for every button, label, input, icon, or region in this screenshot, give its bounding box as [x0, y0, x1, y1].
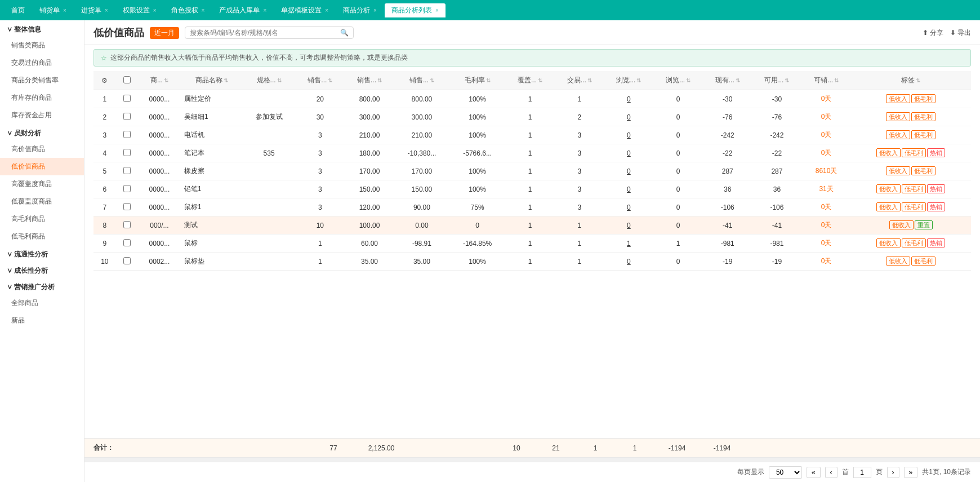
row-checkbox[interactable]: [123, 131, 131, 138]
view1-link[interactable]: 0: [627, 113, 631, 121]
row-checkbox[interactable]: [123, 149, 131, 156]
close-icon[interactable]: ×: [373, 7, 377, 14]
nav-purchase-order[interactable]: 进货单 ×: [74, 3, 115, 17]
row-view1[interactable]: 0: [604, 144, 654, 162]
sidebar-group-circulation[interactable]: ∨ 流通性分析: [0, 245, 84, 262]
sidebar-group-general[interactable]: ∨ 整体信息: [0, 20, 84, 37]
col-tags[interactable]: 标签⇅: [851, 71, 971, 90]
view1-link[interactable]: 0: [627, 222, 631, 229]
date-range-button[interactable]: 近一月: [150, 27, 179, 39]
page-input[interactable]: [853, 467, 871, 478]
col-stock[interactable]: 现有...⇅: [703, 71, 752, 90]
row-checkbox[interactable]: [123, 221, 131, 228]
row-check[interactable]: [116, 216, 138, 235]
view1-link[interactable]: 0: [627, 185, 631, 193]
sidebar-item-low-coverage[interactable]: 低覆盖度商品: [0, 193, 84, 210]
sidebar-item-stock-capital[interactable]: 库存资金占用: [0, 107, 84, 124]
nav-permission[interactable]: 权限设置 ×: [116, 3, 163, 17]
close-icon[interactable]: ×: [263, 7, 266, 14]
col-sale2[interactable]: 销售...⇅: [394, 71, 449, 90]
sidebar-item-sales-products[interactable]: 销售类商品: [0, 37, 84, 54]
export-button[interactable]: ⬇ 导出: [950, 28, 971, 38]
sidebar-item-high-value[interactable]: 高价值商品: [0, 140, 84, 158]
close-icon[interactable]: ×: [435, 7, 439, 14]
row-check[interactable]: [116, 198, 138, 216]
row-view1[interactable]: 0: [604, 162, 654, 180]
row-check[interactable]: [116, 126, 138, 144]
row-checkbox[interactable]: [123, 113, 131, 120]
search-icon[interactable]: 🔍: [340, 29, 349, 37]
view1-link[interactable]: 0: [627, 204, 631, 211]
view1-link[interactable]: 0: [627, 167, 631, 175]
close-icon[interactable]: ×: [63, 7, 66, 14]
row-checkbox[interactable]: [123, 167, 131, 174]
row-check[interactable]: [116, 253, 138, 271]
row-check[interactable]: [116, 235, 138, 253]
nav-product-storage[interactable]: 产成品入库单 ×: [212, 3, 273, 17]
col-qty[interactable]: 销售...⇅: [296, 71, 345, 90]
sidebar-item-category-rate[interactable]: 商品分类销售率: [0, 72, 84, 89]
col-spec[interactable]: 规格...⇅: [243, 71, 296, 90]
view1-link[interactable]: 0: [627, 258, 631, 266]
row-view1[interactable]: 0: [604, 90, 654, 108]
row-check[interactable]: [116, 144, 138, 162]
search-input[interactable]: [190, 29, 340, 37]
col-settings[interactable]: ⚙: [93, 71, 116, 90]
sidebar-group-finance[interactable]: ∨ 员财分析: [0, 124, 84, 140]
share-button[interactable]: ⬆ 分享: [923, 28, 943, 38]
select-all-checkbox[interactable]: [123, 76, 131, 83]
row-view1[interactable]: 1: [604, 235, 654, 253]
nav-template[interactable]: 单据模板设置 ×: [274, 3, 335, 17]
col-avail[interactable]: 可用...⇅: [752, 71, 802, 90]
row-view1[interactable]: 0: [604, 126, 654, 144]
sidebar-item-traded-products[interactable]: 交易过的商品: [0, 54, 84, 72]
row-checkbox[interactable]: [123, 185, 131, 192]
row-check[interactable]: [116, 180, 138, 198]
nav-product-analysis[interactable]: 商品分析 ×: [336, 3, 384, 17]
col-view2[interactable]: 浏览...⇅: [653, 71, 703, 90]
close-icon[interactable]: ×: [325, 7, 328, 14]
row-checkbox[interactable]: [123, 203, 131, 210]
view1-link[interactable]: 0: [627, 149, 631, 157]
sidebar-item-high-margin[interactable]: 高毛利商品: [0, 210, 84, 228]
sidebar-item-high-coverage[interactable]: 高覆盖度商品: [0, 175, 84, 193]
row-view1[interactable]: 0: [604, 180, 654, 198]
prev-page-button[interactable]: ‹: [825, 467, 838, 478]
row-checkbox[interactable]: [123, 257, 131, 264]
col-code[interactable]: 商...⇅: [138, 71, 181, 90]
row-view1[interactable]: 0: [604, 253, 654, 271]
row-check[interactable]: [116, 90, 138, 108]
row-check[interactable]: [116, 108, 138, 126]
row-view1[interactable]: 0: [604, 198, 654, 216]
col-name[interactable]: 商品名称⇅: [181, 71, 243, 90]
close-icon[interactable]: ×: [105, 7, 108, 14]
sidebar-group-growth[interactable]: ∨ 成长性分析: [0, 262, 84, 278]
close-icon[interactable]: ×: [202, 7, 205, 14]
next-page-button[interactable]: ›: [887, 467, 899, 478]
row-view1[interactable]: 0: [604, 216, 654, 235]
nav-home[interactable]: 首页: [5, 3, 32, 17]
col-trade[interactable]: 交易...⇅: [555, 71, 604, 90]
row-check[interactable]: [116, 162, 138, 180]
row-checkbox[interactable]: [123, 95, 131, 102]
col-view1[interactable]: 浏览...⇅: [604, 71, 654, 90]
sidebar-item-low-margin[interactable]: 低毛利商品: [0, 228, 84, 245]
last-page-button[interactable]: »: [904, 467, 918, 478]
col-margin[interactable]: 毛利率⇅: [449, 71, 505, 90]
view1-link[interactable]: 0: [627, 95, 631, 103]
col-salable[interactable]: 可销...⇅: [801, 71, 851, 90]
sidebar-item-all-products[interactable]: 全部商品: [0, 294, 84, 312]
sidebar-item-stocked-products[interactable]: 有库存的商品: [0, 89, 84, 107]
col-coverage[interactable]: 覆盖...⇅: [505, 71, 555, 90]
sidebar-item-new-products[interactable]: 新品: [0, 312, 84, 329]
sidebar-group-marketing[interactable]: ∨ 营销推广分析: [0, 278, 84, 294]
first-page-button[interactable]: «: [807, 467, 821, 478]
sidebar-item-low-value[interactable]: 低价值商品: [0, 158, 84, 175]
nav-product-analysis-list[interactable]: 商品分析列表 ×: [385, 3, 446, 17]
col-sale1[interactable]: 销售...⇅: [345, 71, 394, 90]
nav-role-auth[interactable]: 角色授权 ×: [164, 3, 212, 17]
per-page-select[interactable]: 50 20 100: [769, 466, 802, 479]
row-checkbox[interactable]: [123, 239, 131, 246]
search-box[interactable]: 🔍: [185, 26, 354, 39]
scrollbar[interactable]: [84, 457, 980, 462]
